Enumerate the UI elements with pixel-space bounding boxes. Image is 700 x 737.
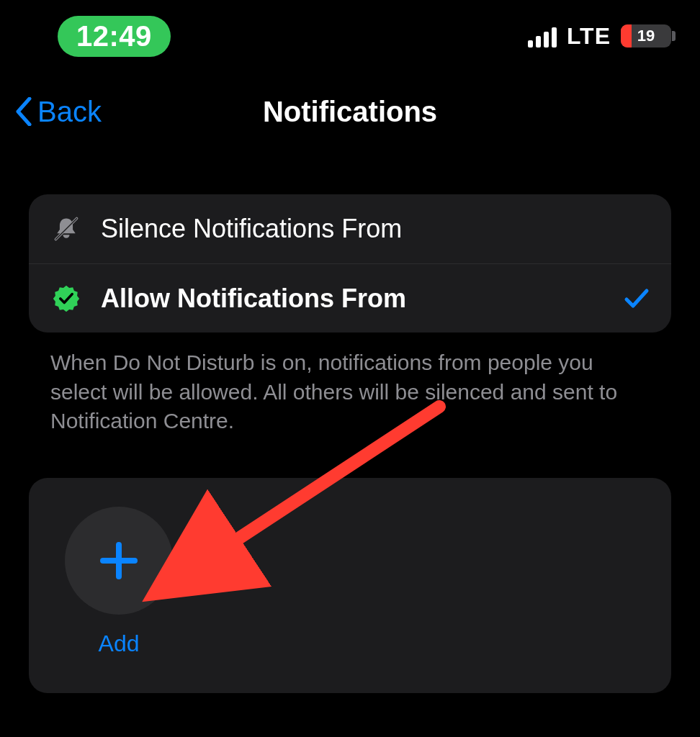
page-title: Notifications xyxy=(0,96,700,128)
option-label: Silence Notifications From xyxy=(101,214,650,244)
chevron-left-icon xyxy=(14,97,33,126)
status-bar: 12:49 LTE 19 xyxy=(0,0,700,72)
add-people-card: Add xyxy=(29,478,671,693)
add-button[interactable]: Add xyxy=(65,507,173,657)
notification-mode-group: Silence Notifications From Allow Notific… xyxy=(29,194,671,333)
battery-percent: 19 xyxy=(621,27,671,45)
back-button[interactable]: Back xyxy=(14,96,102,128)
battery-tip xyxy=(672,31,676,41)
checkmark-icon xyxy=(624,286,650,312)
status-indicators: LTE 19 xyxy=(528,23,671,50)
add-circle xyxy=(65,507,173,615)
content: Silence Notifications From Allow Notific… xyxy=(0,151,700,693)
add-label: Add xyxy=(99,630,140,657)
section-footer: When Do Not Disturb is on, notifications… xyxy=(29,333,671,436)
bell-slash-icon xyxy=(50,213,82,245)
option-allow-notifications[interactable]: Allow Notifications From xyxy=(29,263,671,333)
battery-icon: 19 xyxy=(621,24,671,48)
verified-badge-icon xyxy=(50,283,82,315)
status-time: 12:49 xyxy=(58,16,171,57)
network-type-label: LTE xyxy=(567,23,611,50)
option-label: Allow Notifications From xyxy=(101,284,605,314)
option-silence-notifications[interactable]: Silence Notifications From xyxy=(29,194,671,263)
cellular-signal-icon xyxy=(528,24,557,48)
nav-header: Back Notifications xyxy=(0,72,700,151)
plus-icon xyxy=(99,541,139,581)
back-label: Back xyxy=(37,96,102,128)
